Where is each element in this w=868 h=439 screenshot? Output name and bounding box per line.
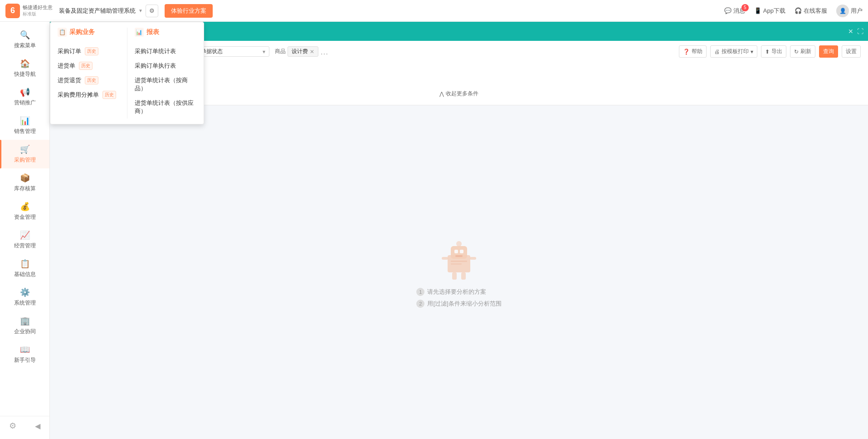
incoming-stat-supplier-label: 进货单统计表（按供应商） bbox=[135, 99, 197, 115]
incoming-stat-goods-label: 进货单统计表（按商品） bbox=[135, 76, 197, 93]
collapse-icon: ⋀ bbox=[439, 91, 444, 97]
sidebar-item-label: 快捷导航 bbox=[14, 70, 36, 78]
export-button[interactable]: ⬆ 导出 bbox=[761, 45, 786, 58]
filter-actions: ❓ 帮助 🖨 按模板打印 ▾ ⬆ 导出 ↻ bbox=[679, 45, 861, 58]
incoming-label: 进货单 bbox=[58, 62, 75, 70]
sidebar-item-label: 新手引导 bbox=[14, 356, 36, 364]
guide-icon: 📖 bbox=[20, 345, 30, 355]
doc-status-select[interactable]: 单据状态 ▾ bbox=[197, 46, 269, 57]
dropdown-item-return[interactable]: 进货退货 历史 bbox=[58, 73, 120, 88]
help-button[interactable]: ❓ 帮助 bbox=[679, 45, 707, 58]
marketing-icon: 📢 bbox=[20, 87, 30, 97]
svg-rect-6 bbox=[470, 257, 476, 260]
purchase-order-label: 采购订单 bbox=[58, 47, 81, 55]
goods-label: 商品 bbox=[275, 48, 286, 55]
sidebar-item-purchase[interactable]: 🛒 采购管理 bbox=[0, 140, 49, 168]
print-dropdown-icon[interactable]: ▾ bbox=[751, 49, 753, 55]
app-download-button[interactable]: 📱 App下载 bbox=[754, 7, 785, 15]
empty-steps: 1 请先选择要分析的方案 2 用[过滤]条件来缩小分析范围 bbox=[416, 288, 501, 308]
hist-badge-0: 历史 bbox=[85, 47, 98, 55]
goods-tag-close[interactable]: ✕ bbox=[310, 49, 314, 55]
phone-icon: 📱 bbox=[754, 7, 761, 14]
dropdown-item-expense[interactable]: 采购费用分摊单 历史 bbox=[58, 88, 120, 102]
svg-rect-7 bbox=[452, 272, 457, 280]
export-icon: ⬆ bbox=[765, 49, 770, 55]
expense-label: 采购费用分摊单 bbox=[58, 91, 99, 99]
tab-close-all-icon[interactable]: ✕ bbox=[848, 28, 853, 35]
sidebar-collapse-button[interactable]: ◀ bbox=[35, 422, 40, 430]
sidebar-item-label: 销售管理 bbox=[14, 128, 36, 135]
report-section-header: 📊 报表 bbox=[135, 28, 197, 39]
dropdown-item-po-stat[interactable]: 采购订单统计表 bbox=[135, 44, 197, 59]
goods-tag: 设计费 ✕ bbox=[288, 46, 318, 57]
svg-rect-3 bbox=[460, 250, 463, 253]
doc-status-label: 单据状态 bbox=[201, 48, 223, 55]
sidebar-item-marketing[interactable]: 📢 营销推广 bbox=[0, 83, 49, 111]
inventory-icon: 📦 bbox=[20, 173, 30, 183]
sidebar-item-inventory[interactable]: 📦 库存核算 bbox=[0, 168, 49, 197]
message-button[interactable]: 💬 消息 5 bbox=[724, 7, 745, 15]
sidebar-item-sales[interactable]: 📊 销售管理 bbox=[0, 111, 49, 140]
empty-state: 1 请先选择要分析的方案 2 用[过滤]条件来缩小分析范围 bbox=[50, 105, 868, 439]
sidebar-item-label: 经营管理 bbox=[14, 242, 36, 250]
industry-solution-button[interactable]: 体验行业方案 bbox=[165, 4, 213, 18]
settings-button[interactable]: 设置 bbox=[842, 45, 861, 58]
headset-icon: 🎧 bbox=[795, 7, 802, 14]
basic-info-icon: 📋 bbox=[20, 259, 30, 269]
enterprise-icon: 🏢 bbox=[20, 316, 30, 326]
goods-filter-area: 商品 设计费 ✕ … bbox=[275, 46, 328, 57]
empty-step-1: 1 请先选择要分析的方案 bbox=[416, 288, 501, 296]
sidebar-item-label: 库存核算 bbox=[14, 185, 36, 192]
svg-rect-4 bbox=[455, 255, 463, 257]
svg-rect-8 bbox=[461, 272, 466, 280]
sidebar-item-label: 采购管理 bbox=[14, 156, 36, 164]
sidebar-item-enterprise[interactable]: 🏢 企业协同 bbox=[0, 311, 49, 340]
dropdown-item-po-exec[interactable]: 采购订单执行表 bbox=[135, 59, 197, 73]
empty-step-2: 2 用[过滤]条件来缩小分析范围 bbox=[416, 300, 501, 308]
purchase-header-icon: 📋 bbox=[58, 28, 67, 37]
caret-icon: ▾ bbox=[263, 49, 265, 55]
sidebar-item-basic-info[interactable]: 📋 基础信息 bbox=[0, 254, 49, 283]
sidebar-item-finance[interactable]: 💰 资金管理 bbox=[0, 197, 49, 226]
po-exec-label: 采购订单执行表 bbox=[135, 62, 176, 70]
refresh-button[interactable]: ↻ 刷新 bbox=[790, 45, 815, 58]
user-menu-button[interactable]: 👤 用户 bbox=[836, 5, 863, 17]
refresh-icon: ↻ bbox=[794, 49, 799, 55]
settings-gear-button[interactable]: ⚙ bbox=[146, 5, 158, 17]
purchase-icon: 🛒 bbox=[20, 144, 30, 154]
dropdown-item-purchase-order[interactable]: 采购订单 历史 bbox=[58, 44, 120, 59]
tabbar-controls: ✕ ⛶ bbox=[844, 22, 868, 41]
po-stat-label: 采购订单统计表 bbox=[135, 47, 176, 55]
dropdown-item-incoming[interactable]: 进货单 历史 bbox=[58, 59, 120, 73]
logo-text: 畅捷通好生意 bbox=[23, 4, 53, 10]
sidebar-item-system[interactable]: ⚙️ 系统管理 bbox=[0, 283, 49, 311]
online-service-button[interactable]: 🎧 在线客服 bbox=[795, 7, 827, 15]
sidebar-item-guide[interactable]: 📖 新手引导 bbox=[0, 340, 49, 369]
logo-area: 6 畅捷通好生意 标准版 bbox=[5, 4, 55, 18]
print-button[interactable]: 🖨 按模板打印 ▾ bbox=[710, 45, 757, 58]
dropdown-columns: 📋 采购业务 采购订单 历史 进货单 历史 进货退货 历史 采购费用分摊单 历史 bbox=[50, 28, 204, 118]
svg-rect-5 bbox=[442, 257, 448, 260]
system-dropdown-icon[interactable]: ▼ bbox=[138, 8, 143, 13]
print-icon: 🖨 bbox=[714, 49, 720, 55]
query-button[interactable]: 查询 bbox=[819, 45, 838, 58]
sidebar-item-label: 基础信息 bbox=[14, 271, 36, 278]
logo-icon: 6 bbox=[5, 4, 20, 18]
sidebar-item-label: 系统管理 bbox=[14, 299, 36, 307]
hist-badge-2: 历史 bbox=[85, 76, 98, 84]
system-name: 装备及固定资产辅助管理系统 bbox=[59, 7, 136, 15]
tab-maximize-icon[interactable]: ⛶ bbox=[857, 28, 863, 35]
sidebar-settings-button[interactable]: ⚙ bbox=[9, 421, 16, 431]
sidebar-item-label: 营销推广 bbox=[14, 99, 36, 107]
sidebar-item-quick-nav[interactable]: 🏠 快捷导航 bbox=[0, 54, 49, 83]
empty-illustration bbox=[432, 237, 486, 282]
sidebar-bottom: ⚙ ◀ bbox=[0, 416, 49, 435]
sidebar-item-search[interactable]: 🔍 搜索菜单 bbox=[0, 25, 49, 54]
dropdown-item-incoming-stat-goods[interactable]: 进货单统计表（按商品） bbox=[135, 73, 197, 96]
hist-badge-3: 历史 bbox=[102, 91, 116, 99]
dropdown-item-incoming-stat-supplier[interactable]: 进货单统计表（按供应商） bbox=[135, 96, 197, 118]
sidebar-item-operations[interactable]: 📈 经营管理 bbox=[0, 226, 49, 254]
goods-more-btn[interactable]: … bbox=[320, 48, 328, 56]
system-name-area: 装备及固定资产辅助管理系统 ▼ ⚙ 体验行业方案 bbox=[59, 4, 213, 18]
purchase-dropdown-menu: 📋 采购业务 采购订单 历史 进货单 历史 进货退货 历史 采购费用分摊单 历史 bbox=[50, 22, 204, 124]
